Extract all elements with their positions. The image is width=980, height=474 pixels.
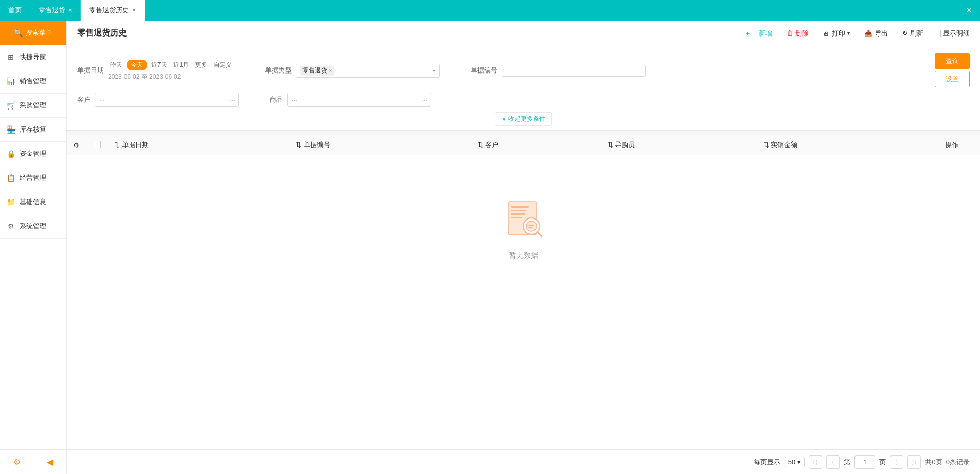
goods-placeholder: ··· <box>292 96 297 104</box>
th-customer-label: ⇅ 客户 <box>478 141 499 149</box>
filter-type-tag-text: 零售退货 <box>302 66 327 75</box>
svg-rect-8 <box>528 225 534 226</box>
sidebar-item-quick-nav-label: 快捷导航 <box>20 52 46 62</box>
total-info: 共0页, 0条记录 <box>925 458 970 467</box>
shortcut-7days[interactable]: 近7天 <box>149 60 169 70</box>
th-settings-icon: ⚙ <box>73 141 79 149</box>
filter-type-select[interactable]: 零售退货 × ▾ <box>296 64 440 78</box>
filter-goods-input[interactable]: ··· <box>287 93 431 107</box>
table-body: 暂无数据 <box>67 155 980 302</box>
sidebar-item-sales-mgmt[interactable]: 📊 销售管理 <box>0 69 66 94</box>
filter-type-label: 单据类型 <box>265 66 292 75</box>
empty-cell: 暂无数据 <box>67 155 980 302</box>
sidebar-nav: ⊞ 快捷导航 📊 销售管理 🛒 采购管理 🏪 库存核算 🔒 资金管理 📋 <box>0 45 66 449</box>
system-mgmt-icon: ⚙ <box>6 222 15 231</box>
th-date[interactable]: ⇅ 单据日期 <box>108 135 290 155</box>
svg-rect-1 <box>511 206 529 208</box>
finance-icon: 🔒 <box>6 149 15 158</box>
tab-retail-return-history-close[interactable]: × <box>132 7 136 14</box>
th-ops-label: 操作 <box>945 141 958 149</box>
sidebar-item-quick-nav[interactable]: ⊞ 快捷导航 <box>0 45 66 69</box>
th-settings[interactable]: ⚙ <box>67 135 87 155</box>
header-actions: ＋ + 新增 🗑 删除 🖨 打印 ▾ 📤 导出 ↻ <box>740 27 970 40</box>
topbar-close-button[interactable]: × <box>958 0 980 21</box>
sidebar-item-operations-label: 经营管理 <box>20 173 46 183</box>
main-layout: 🔍 搜索菜单 ⊞ 快捷导航 📊 销售管理 🛒 采购管理 🏪 库存核算 🔒 <box>0 21 980 474</box>
sidebar-item-purchase-mgmt[interactable]: 🛒 采购管理 <box>0 94 66 118</box>
table-area: ⚙ ⇅ 单据日期 ⇅ 单据编号 ⇅ 客户 <box>67 135 980 449</box>
empty-row: 暂无数据 <box>67 155 980 302</box>
filter-number-input[interactable] <box>502 65 646 77</box>
basic-info-icon: 📁 <box>6 197 15 207</box>
sidebar-item-finance[interactable]: 🔒 资金管理 <box>0 142 66 166</box>
sidebar-item-finance-label: 资金管理 <box>20 149 46 158</box>
sidebar-search[interactable]: 🔍 搜索菜单 <box>0 21 66 45</box>
th-number-label: ⇅ 单据编号 <box>296 141 330 149</box>
print-arrow-icon: ▾ <box>847 30 850 36</box>
filter-type-arrow-icon: ▾ <box>433 68 435 74</box>
tab-retail-return-label: 零售退货 <box>39 6 65 15</box>
tab-retail-return-close[interactable]: × <box>68 7 72 14</box>
empty-icon <box>501 196 547 243</box>
filter-type-tag-close[interactable]: × <box>329 68 332 74</box>
pagination-last-button[interactable]: ⟩⟩ <box>907 455 921 469</box>
filter-type-tag: 零售退货 × <box>300 66 334 76</box>
sidebar-collapse-icon[interactable]: ◀ <box>47 457 53 467</box>
filter-customer-label: 客户 <box>77 95 91 104</box>
content-area: 零售退货历史 ＋ + 新增 🗑 删除 🖨 打印 ▾ 📤 导出 <box>67 21 980 474</box>
purchase-mgmt-icon: 🛒 <box>6 101 15 110</box>
sidebar-item-inventory[interactable]: 🏪 库存核算 <box>0 118 66 142</box>
tab-home[interactable]: 首页 <box>0 0 30 21</box>
page-size-select[interactable]: 50 ▾ <box>785 457 805 467</box>
shortcut-custom[interactable]: 自定义 <box>211 60 234 70</box>
svg-rect-2 <box>511 210 526 211</box>
print-button[interactable]: 🖨 打印 ▾ <box>819 27 854 40</box>
filter-customer-input[interactable]: ··· <box>95 93 239 107</box>
sidebar-item-basic-info-label: 基础信息 <box>20 197 46 207</box>
display-mingxi: 显示明细 <box>934 29 970 38</box>
sales-mgmt-icon: 📊 <box>6 77 15 86</box>
collapse-button[interactable]: ∧ 收起更多条件 <box>495 112 552 126</box>
shortcut-yesterday[interactable]: 昨天 <box>108 60 124 70</box>
th-number[interactable]: ⇅ 单据编号 <box>290 135 471 155</box>
query-buttons: 查询 设置 <box>935 53 970 87</box>
th-customer[interactable]: ⇅ 客户 <box>472 135 601 155</box>
collapse-up-icon: ∧ <box>502 116 506 123</box>
th-guide[interactable]: ⇅ 导购员 <box>601 135 757 155</box>
page-num-label: 第 <box>844 458 850 467</box>
pagination-first-button[interactable]: ⟨⟨ <box>809 455 822 469</box>
page-size-arrow-icon: ▾ <box>797 458 801 466</box>
shortcut-more[interactable]: 更多 <box>193 60 209 70</box>
svg-rect-3 <box>511 213 525 215</box>
data-table: ⚙ ⇅ 单据日期 ⇅ 单据编号 ⇅ 客户 <box>67 135 980 301</box>
tab-home-label: 首页 <box>8 6 22 15</box>
new-button[interactable]: ＋ + 新增 <box>740 27 776 40</box>
tab-retail-return-history[interactable]: 零售退货历史 × <box>81 0 145 21</box>
filter-goods-label: 商品 <box>270 95 283 104</box>
export-button[interactable]: 📤 导出 <box>860 27 892 40</box>
pagination-prev-button[interactable]: ⟨ <box>826 455 840 469</box>
pagination-next-button[interactable]: ⟩ <box>890 455 903 469</box>
th-select-all-checkbox[interactable] <box>94 141 101 148</box>
query-button[interactable]: 查询 <box>935 53 970 69</box>
th-checkbox[interactable] <box>87 135 108 155</box>
page-input[interactable] <box>854 455 875 469</box>
sidebar-item-system-mgmt[interactable]: ⚙ 系统管理 <box>0 214 66 239</box>
svg-rect-9 <box>528 227 533 228</box>
delete-button[interactable]: 🗑 删除 <box>782 27 813 40</box>
delete-label: 删除 <box>795 29 809 38</box>
sidebar-item-basic-info[interactable]: 📁 基础信息 <box>0 190 66 214</box>
sidebar-settings-icon[interactable]: ⚙ <box>13 457 21 467</box>
sidebar-item-operations[interactable]: 📋 经营管理 <box>0 166 66 190</box>
filter-row-2: 客户 ··· 商品 ··· <box>77 93 970 107</box>
shortcut-today[interactable]: 今天 <box>127 60 147 70</box>
shortcut-1month[interactable]: 近1月 <box>171 60 191 70</box>
display-mingxi-checkbox[interactable] <box>934 30 941 37</box>
tab-retail-return[interactable]: 零售退货 × <box>30 0 81 21</box>
date-range-display: 2023-06-02 至 2023-06-02 <box>108 72 234 81</box>
refresh-button[interactable]: ↻ 刷新 <box>898 27 928 40</box>
filter-row-1: 单据日期 昨天 今天 近7天 近1月 更多 自定义 2023-06-02 至 2… <box>77 53 970 87</box>
th-amount[interactable]: ⇅ 实销金额 <box>757 135 939 155</box>
filter-settings-button[interactable]: 设置 <box>935 71 970 87</box>
filter-type: 单据类型 零售退货 × ▾ <box>265 64 440 78</box>
